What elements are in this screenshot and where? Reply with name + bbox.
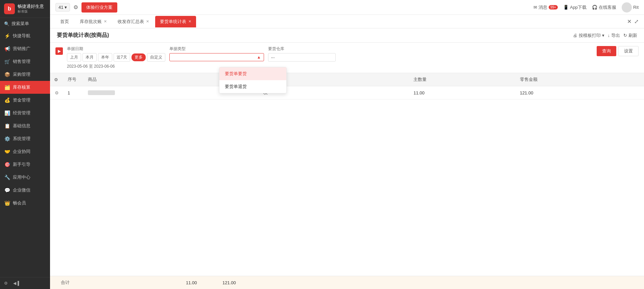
sidebar-label-finance: 资金管理 (13, 97, 30, 103)
row-settings-0[interactable]: ⚙ (50, 86, 64, 99)
page-content: 要货单统计表(按商品) 🖨 按模板打印 ▾ ↓ 导出 ↻ 刷新 ▶ (50, 28, 644, 289)
main-area: 41 ▾ ⚙ 体验行业方案 ✉ 消息 99+ 📱 App下载 🎧 在线客服 R (50, 0, 644, 289)
message-badge: 99+ (549, 5, 558, 9)
refresh-button[interactable]: ↻ 刷新 (623, 32, 637, 39)
close-tab-icon[interactable]: ✕ (627, 18, 631, 25)
tab-inventory-batch[interactable]: 库存批次账 ✕ (75, 16, 112, 27)
sidebar-item-guide[interactable]: 🎯新手引导 (0, 158, 50, 171)
footer-spacer (128, 280, 186, 285)
sidebar-icon-guide: 🎯 (4, 162, 10, 167)
sidebar-icon-marketing: 📢 (4, 46, 10, 51)
sidebar-item-app-center[interactable]: 🔧应用中心 (0, 171, 50, 184)
dropdown-item-order[interactable]: 要货单要货 (219, 67, 286, 80)
this-year-btn[interactable]: 本年 (98, 53, 112, 62)
last-month-btn[interactable]: 上月 (67, 53, 81, 62)
sidebar-item-sales[interactable]: 🛒销售管理 (0, 55, 50, 68)
filter-bar: ▶ 单据日期 上月 本月 本年 近7天 更多 自定义 2023-05-06 至 … (50, 43, 644, 73)
sidebar-item-quick-nav[interactable]: ⚡快捷导航 (0, 29, 50, 42)
warehouse-filter-input[interactable]: ··· (268, 53, 336, 62)
sidebar-icon-system: ⚙️ (4, 136, 10, 141)
filter-actions: 查询 设置 (597, 46, 639, 56)
sidebar-icon-inventory: 🗂️ (4, 85, 10, 90)
tab-label-order-stats: 要货单统计表 (160, 19, 186, 25)
sidebar-search-label: 搜索菜单 (11, 21, 29, 27)
type-filter-input[interactable]: ▲ (169, 53, 264, 61)
footer-total-label: 合计 (61, 280, 70, 285)
index-col-header: 序号 (64, 73, 84, 86)
sidebar-item-enterprise[interactable]: 🤝企业协同 (0, 145, 50, 158)
message-icon: ✉ (533, 5, 537, 10)
filter-expand-button[interactable]: ▶ (55, 47, 63, 55)
online-service-label: 在线客服 (599, 4, 616, 10)
print-button[interactable]: 🖨 按模板打印 ▾ (573, 32, 604, 39)
trial-button[interactable]: 体验行业方案 (81, 2, 117, 13)
sidebar-item-member[interactable]: 👑畅会员 (0, 197, 50, 209)
store-selector[interactable]: 41 ▾ (55, 3, 70, 12)
logo-text-block: 畅捷通好生意 标准版 (18, 4, 44, 14)
custom-date-btn[interactable]: 自定义 (147, 53, 165, 62)
tab-close-inventory-batch[interactable]: ✕ (104, 19, 107, 24)
footer-amount: 121.00 (220, 280, 254, 285)
export-icon: ↓ (608, 33, 610, 38)
sidebar-item-basic[interactable]: 📋基础信息 (0, 119, 50, 132)
logo-icon: b (4, 3, 15, 14)
sidebar-item-purchase[interactable]: 📦采购管理 (0, 68, 50, 81)
dropdown-item-return[interactable]: 要货单退货 (219, 80, 286, 93)
row-amount-0: 121.00 (516, 86, 644, 99)
page-actions: 🖨 按模板打印 ▾ ↓ 导出 ↻ 刷新 (573, 32, 638, 39)
print-icon: 🖨 (573, 33, 577, 38)
sidebar-settings-icon[interactable]: ⚙ (4, 281, 8, 286)
sidebar-item-inventory[interactable]: 🗂️库存核算 (0, 81, 50, 94)
header-right: ✉ 消息 99+ 📱 App下载 🎧 在线客服 Rit (533, 2, 639, 13)
sidebar-item-operation[interactable]: 📊经营管理 (0, 107, 50, 119)
tabs-end: ✕ ⤢ (627, 18, 639, 25)
user-profile[interactable]: Rit (622, 2, 639, 13)
more-dates-btn[interactable]: 更多 (132, 53, 146, 61)
sidebar-icon-sales: 🛒 (4, 59, 10, 64)
sidebar-icon-finance: 💰 (4, 97, 10, 103)
sidebar-label-sales: 销售管理 (13, 59, 30, 65)
sidebar-item-wechat[interactable]: 💬企业微信 (0, 184, 50, 197)
tab-home[interactable]: 首页 (55, 16, 74, 27)
sidebar-item-finance[interactable]: 💰资金管理 (0, 94, 50, 107)
message-label: 消息 (539, 4, 547, 10)
settings-col-header[interactable]: ⚙ (50, 73, 64, 86)
table-container: ⚙ 序号 商品 主计量单位 主数量 零售金额 ⚙ 1 块 11.00 121.0… (50, 73, 644, 276)
refresh-label: 刷新 (628, 32, 637, 39)
tab-label-home: 首页 (60, 19, 69, 25)
search-icon: 🔍 (4, 21, 9, 26)
table-header: ⚙ 序号 商品 主计量单位 主数量 零售金额 (50, 73, 644, 86)
tab-receive-summary[interactable]: 收发存汇总表 ✕ (113, 16, 154, 27)
app-download-action[interactable]: 📱 App下载 (563, 4, 587, 10)
table-body: ⚙ 1 块 11.00 121.00 (50, 86, 644, 99)
type-filter-label: 单据类型 (169, 46, 264, 52)
header-settings-icon[interactable]: ⚙ (73, 4, 78, 10)
sidebar-label-purchase: 采购管理 (13, 71, 30, 77)
table-footer: 合计 11.00 121.00 (50, 276, 644, 289)
this-month-btn[interactable]: 本月 (82, 53, 97, 62)
online-service-action[interactable]: 🎧 在线客服 (592, 4, 616, 10)
date-range-display: 2023-05-06 至 2023-06-06 (67, 64, 165, 69)
query-button[interactable]: 查询 (597, 46, 616, 56)
sidebar-search[interactable]: 🔍 搜索菜单 (0, 18, 50, 29)
export-label: 导出 (611, 32, 620, 39)
last-7-days-btn[interactable]: 近7天 (114, 53, 130, 62)
tab-close-receive-summary[interactable]: ✕ (146, 19, 149, 24)
tabs-bar: 首页库存批次账 ✕收发存汇总表 ✕要货单统计表 ✕ ✕ ⤢ (50, 15, 644, 28)
export-button[interactable]: ↓ 导出 (608, 32, 620, 39)
sidebar-label-enterprise: 企业协同 (13, 149, 30, 155)
filter-settings-button[interactable]: 设置 (618, 46, 639, 56)
sidebar-label-wechat: 企业微信 (13, 187, 30, 193)
footer-label-cell: 合计 (54, 280, 128, 286)
sidebar-icon-enterprise: 🤝 (4, 149, 10, 154)
sidebar-item-system[interactable]: ⚙️系统管理 (0, 132, 50, 145)
sidebar-label-quick-nav: 快捷导航 (13, 33, 30, 39)
warehouse-filter-group: 要货仓库 ··· (268, 46, 336, 62)
tab-close-order-stats[interactable]: ✕ (188, 19, 191, 24)
sidebar-collapse-btn[interactable]: ◀▐ (13, 281, 19, 286)
sidebar-icon-quick-nav: ⚡ (4, 33, 10, 39)
expand-tabs-icon[interactable]: ⤢ (634, 18, 639, 25)
tab-order-stats[interactable]: 要货单统计表 ✕ (155, 16, 196, 27)
message-action[interactable]: ✉ 消息 99+ (533, 4, 558, 10)
sidebar-item-marketing[interactable]: 📢营销推广 (0, 42, 50, 55)
